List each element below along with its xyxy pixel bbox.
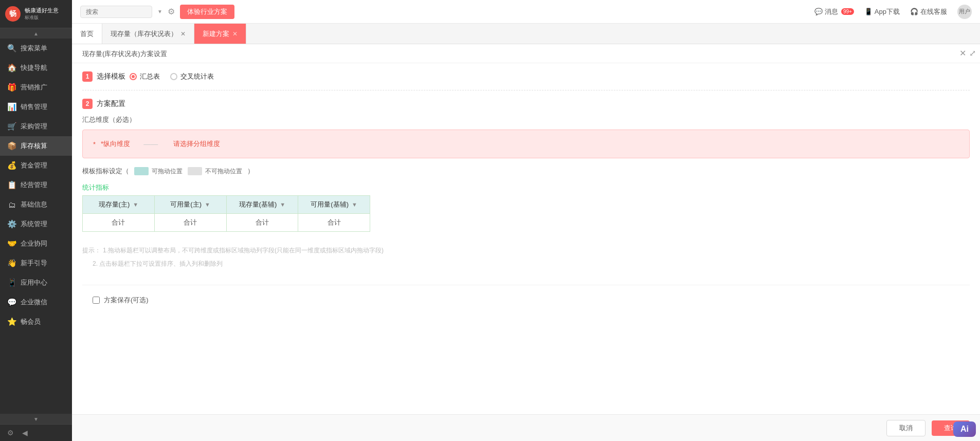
search-input[interactable]	[80, 6, 152, 18]
tab-inventory-status-label: 现存量（库存状况表）	[111, 29, 177, 39]
dimension-area: * *纵向维度 —— 请选择分组维度	[82, 130, 970, 158]
step1-section: 1 选择模板 汇总表 交叉统计表	[82, 71, 970, 82]
purchase-icon: 🛒	[7, 122, 16, 131]
sidebar-item-sales[interactable]: 📊 销售管理	[0, 97, 72, 117]
save-schema-label: 方案保存(可选)	[104, 296, 149, 305]
header-left: ▼ ⚙ 体验行业方案	[80, 5, 234, 19]
sidebar-scroll-up[interactable]: ▲	[0, 28, 72, 39]
col-aux-qty-dropdown[interactable]: ▼	[280, 201, 285, 208]
hint-label: 提示：	[82, 245, 101, 256]
sidebar-item-label: 采购管理	[21, 122, 47, 131]
main-area: ▼ ⚙ 体验行业方案 💬 消息 99+ 📱 App下载 🎧 在线客服 用户 首页	[72, 0, 980, 441]
app-download-label: App下载	[875, 7, 900, 16]
hint-row-2: 2. 点击标题栏下拉可设置排序、插入列和删除列	[93, 259, 970, 270]
tab-new-schema-label: 新建方案	[203, 29, 229, 39]
sidebar-item-label: 营销推广	[21, 83, 47, 92]
draggable-box	[134, 167, 149, 175]
app-download-action[interactable]: 📱 App下载	[864, 7, 900, 16]
save-schema-row: 方案保存(可选)	[82, 290, 970, 310]
sidebar-item-finance[interactable]: 💰 资金管理	[0, 156, 72, 175]
sidebar-item-system[interactable]: ⚙️ 系统管理	[0, 214, 72, 234]
tab-home-label: 首页	[80, 29, 94, 39]
tab-inventory-status-close[interactable]: ✕	[180, 30, 186, 38]
col-avail-main-dropdown[interactable]: ▼	[205, 201, 210, 208]
col-main-qty-dropdown[interactable]: ▼	[133, 201, 138, 208]
footer-bar: 取消 查询	[72, 414, 980, 441]
template-indicator-label: 模板指标设定（	[82, 167, 129, 176]
col-avail-main-header[interactable]: 可用量(主) ▼	[154, 196, 226, 214]
cell-avail-aux-sub: 合计	[298, 214, 370, 232]
sidebar-item-basic-info[interactable]: 🗂 基础信息	[0, 195, 72, 214]
hints-area: 提示： 1.拖动标题栏可以调整布局，不可跨维度或指标区域拖动列字段(只能在同一维…	[82, 240, 970, 277]
user-avatar[interactable]: 用户	[957, 5, 972, 19]
quick-nav-icon: 🏠	[7, 63, 16, 72]
fixed-legend: 不可拖动位置	[188, 167, 242, 176]
stats-table-header-row: 现存量(主) ▼ 可用量(主) ▼	[83, 196, 370, 214]
col-avail-aux-header[interactable]: 可用量(基辅) ▼	[298, 196, 370, 214]
sidebar: 畅 畅康通好生意 标准版 ▲ 🔍 搜索菜单 🏠 快捷导航 🎁 营销推广 📊 销售…	[0, 0, 72, 441]
sidebar-item-label: 新手引导	[21, 259, 47, 268]
inventory-icon: 📦	[7, 141, 16, 151]
sidebar-item-search-menu[interactable]: 🔍 搜索菜单	[0, 39, 72, 58]
sidebar-item-enterprise[interactable]: 🤝 企业协同	[0, 234, 72, 253]
sidebar-item-operations[interactable]: 📋 经营管理	[0, 175, 72, 195]
col-aux-qty-label: 现存量(基辅)	[239, 200, 277, 209]
vertical-dimension-label: *纵向维度	[101, 139, 130, 149]
logo-badge: 标准版	[25, 14, 59, 21]
search-dropdown-arrow[interactable]: ▼	[157, 9, 162, 14]
enterprise-icon: 🤝	[7, 239, 16, 248]
sidebar-item-wechat[interactable]: 💬 企业微信	[0, 292, 72, 312]
sidebar-scroll-down[interactable]: ▼	[0, 414, 72, 424]
sidebar-item-new-guide[interactable]: 👋 新手引导	[0, 253, 72, 273]
sidebar-item-member[interactable]: ⭐ 畅会员	[0, 312, 72, 332]
sidebar-logo: 畅 畅康通好生意 标准版	[0, 0, 72, 28]
try-industry-button[interactable]: 体验行业方案	[180, 5, 234, 19]
help-icon[interactable]: ◀	[22, 429, 28, 437]
ai-button[interactable]: Ai	[953, 421, 976, 437]
col-avail-main-label: 可用量(主)	[170, 200, 202, 209]
header-right: 💬 消息 99+ 📱 App下载 🎧 在线客服 用户	[814, 5, 972, 19]
stats-table: 现存量(主) ▼ 可用量(主) ▼	[82, 195, 370, 232]
cell-main-qty-sub: 合计	[83, 214, 155, 232]
expand-panel-button[interactable]: ⤢	[969, 48, 976, 58]
radio-cross-circle	[170, 73, 177, 80]
tab-new-schema[interactable]: 新建方案 ✕	[194, 24, 246, 44]
sidebar-item-label: 资金管理	[21, 161, 47, 170]
basic-info-icon: 🗂	[7, 200, 16, 209]
sidebar-item-label: 快捷导航	[21, 63, 47, 72]
col-avail-aux-dropdown[interactable]: ▼	[352, 201, 357, 208]
close-panel-button[interactable]: ✕	[959, 48, 966, 58]
tab-home[interactable]: 首页	[72, 24, 102, 44]
sidebar-item-app-center[interactable]: 📱 应用中心	[0, 273, 72, 292]
step2-header: 2 方案配置	[82, 99, 970, 109]
marketing-icon: 🎁	[7, 83, 16, 92]
tab-inventory-status[interactable]: 现存量（库存状况表） ✕	[102, 24, 194, 44]
sidebar-bottom: ⚙ ◀	[0, 424, 72, 441]
gear-button[interactable]: ⚙	[168, 7, 175, 16]
app-download-icon: 📱	[864, 8, 873, 15]
customer-service-action[interactable]: 🎧 在线客服	[910, 7, 947, 16]
tab-new-schema-close[interactable]: ✕	[232, 30, 238, 38]
template-radio-group: 汇总表 交叉统计表	[130, 72, 214, 81]
save-schema-checkbox[interactable]	[93, 297, 100, 304]
radio-summary[interactable]: 汇总表	[130, 72, 160, 81]
sidebar-item-purchase[interactable]: 🛒 采购管理	[0, 117, 72, 136]
col-aux-qty-header[interactable]: 现存量(基辅) ▼	[226, 196, 298, 214]
settings-icon[interactable]: ⚙	[7, 429, 14, 437]
logo-text-area: 畅康通好生意 标准版	[25, 7, 59, 21]
sidebar-item-marketing[interactable]: 🎁 营销推广	[0, 78, 72, 97]
hint-text-1: 1.拖动标题栏可以调整布局，不可跨维度或指标区域拖动列字段(只能在同一维度或指标…	[103, 245, 384, 256]
cancel-button[interactable]: 取消	[886, 420, 925, 436]
schema-settings: 1 选择模板 汇总表 交叉统计表	[72, 63, 980, 318]
radio-cross[interactable]: 交叉统计表	[170, 72, 214, 81]
messages-action[interactable]: 💬 消息 99+	[814, 7, 854, 16]
sidebar-item-quick-nav[interactable]: 🏠 快捷导航	[0, 58, 72, 78]
dimension-placeholder[interactable]: 请选择分组维度	[173, 139, 220, 149]
cell-avail-main-sub: 合计	[154, 214, 226, 232]
logo-icon: 畅	[5, 6, 21, 22]
draggable-label: 可拖动位置	[152, 167, 183, 176]
sidebar-item-inventory[interactable]: 📦 库存核算	[0, 136, 72, 156]
step1-header: 1 选择模板 汇总表 交叉统计表	[82, 71, 970, 82]
col-main-qty-header[interactable]: 现存量(主) ▼	[83, 196, 155, 214]
member-icon: ⭐	[7, 317, 16, 326]
